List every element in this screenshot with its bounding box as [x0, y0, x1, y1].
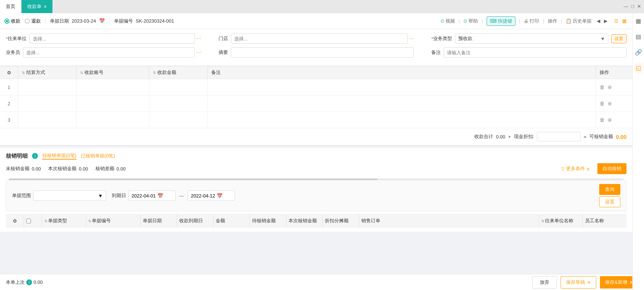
tab-pending[interactable]: 待核销单据(0笔)	[42, 152, 76, 160]
setting-btn[interactable]: 设置	[599, 196, 620, 207]
bill-date-calendar-icon[interactable]: 📅	[99, 18, 105, 24]
th-ops-label: 操作	[600, 69, 609, 76]
copy-icon-3[interactable]: ⊕	[608, 117, 612, 123]
filter-due-field: 到期日 2022-04-01 📅 — 2022-04-12 📅	[112, 191, 235, 201]
td-amount-1[interactable]	[149, 79, 208, 95]
filter-date-from[interactable]: 2022-04-01 📅	[128, 191, 176, 201]
nav-next-btn[interactable]: ▶	[602, 17, 609, 24]
form-settings-btn[interactable]: 设置	[611, 34, 627, 43]
tab-close-icon[interactable]: ×	[44, 4, 47, 9]
delete-icon-1[interactable]: 🗑	[600, 84, 605, 90]
td-account-3[interactable]	[76, 112, 149, 128]
radio-tuikuan-dot	[25, 19, 30, 24]
bottom-th-amount: 金额	[213, 215, 250, 227]
delete-icon-2[interactable]: 🗑	[600, 101, 605, 106]
more-filters-label: 更多条件	[566, 165, 585, 172]
staff-more-btn[interactable]: ···	[196, 49, 201, 56]
filter-range-label: 单据范围	[12, 192, 31, 199]
tab-active[interactable]: 收款单 ×	[21, 0, 52, 13]
window-close-btn[interactable]: ✕	[637, 4, 641, 9]
filter-icon: ▽	[561, 166, 565, 172]
print-link[interactable]: 🖨 打印	[524, 18, 539, 24]
remark-input[interactable]	[444, 47, 627, 58]
store-input[interactable]	[231, 34, 408, 44]
th-remark: 备注	[208, 66, 596, 79]
tab-done[interactable]: 已核销单据(0笔)	[81, 153, 115, 159]
form-area: * 往来单位 ··· 门店 ··· * 业务类型 预收款 ▼ 设	[0, 29, 632, 66]
layout-grid-btn[interactable]: ▦	[621, 17, 628, 24]
staff-input[interactable]	[23, 47, 195, 58]
bottom-gear-icon[interactable]: ⚙	[13, 218, 17, 224]
radio-tuikuan[interactable]: 退款	[25, 18, 41, 24]
footer-plus: +	[508, 134, 511, 140]
biz-type-value: 预收款	[458, 35, 472, 42]
staff-field: 业务员 ···	[6, 47, 201, 58]
right-sidebar: ▦ ▤ 🔗 ◱	[632, 13, 644, 290]
td-remark-1[interactable]	[208, 79, 596, 95]
radio-shoukuan[interactable]: 收款	[4, 18, 20, 24]
more-filters-btn[interactable]: ▽ 更多条件 ∧	[561, 165, 590, 172]
filter-date-to[interactable]: 2022-04-12 📅	[188, 191, 235, 201]
bottom-th-pending-label: 待核销金额	[252, 218, 276, 224]
th-settings[interactable]: ⚙	[0, 66, 18, 79]
filter-range-arrow: ▼	[98, 193, 103, 199]
td-settle-2[interactable]	[18, 95, 76, 111]
bottom-th-counterpart-label: 往来单位名称	[545, 218, 573, 224]
tab-home[interactable]: 首页	[0, 0, 21, 13]
bottom-th-checkbox[interactable]	[24, 215, 42, 227]
bottom-th-staff: 员工名称	[583, 215, 627, 227]
counterpart-more-btn[interactable]: ···	[196, 35, 201, 42]
stat-unverified-label: 未核销金额	[6, 165, 30, 172]
save-draft-arrow-icon: ∧	[587, 279, 591, 285]
sidebar-expand-icon[interactable]: ◱	[634, 63, 643, 73]
select-all-checkbox[interactable]	[26, 219, 31, 223]
biz-type-select[interactable]: 预收款 ▼	[455, 34, 608, 44]
window-max-btn[interactable]: □	[631, 4, 634, 9]
status-current-value: 0.00	[34, 279, 43, 285]
td-settle-1[interactable]	[18, 79, 76, 95]
status-info-icon[interactable]: i	[26, 279, 32, 285]
save-draft-btn[interactable]: 保存草稿 ∧	[561, 276, 596, 289]
delete-icon-3[interactable]: 🗑	[600, 117, 605, 123]
td-account-1[interactable]	[76, 79, 149, 95]
verify-info-icon[interactable]: i	[32, 153, 38, 159]
auto-verify-btn[interactable]: 自动核销	[597, 163, 627, 174]
footer-discount-input[interactable]	[537, 132, 581, 141]
main-table: ⚙ ⇅ 结算方式 ⇅ 收款账号 ⇅ 收款金额 备注 操作 1	[0, 66, 632, 146]
nav-prev-btn[interactable]: ◀	[595, 17, 602, 24]
filter-range-select[interactable]: ▼	[33, 191, 106, 201]
history-link[interactable]: 📋 历史单据	[566, 18, 592, 24]
shortcut-btn[interactable]: ⌨ 快捷键	[487, 16, 515, 26]
nav-arrows: ◀ ▶	[595, 17, 609, 24]
sidebar-table-icon[interactable]: ▦	[634, 16, 643, 26]
gear-icon[interactable]: ⚙	[7, 70, 11, 75]
stat-unverified-value: 0.00	[32, 166, 41, 172]
video-link[interactable]: ⊙ 视频	[440, 18, 455, 24]
td-amount-3[interactable]	[149, 112, 208, 128]
abstract-input[interactable]	[231, 47, 414, 58]
abandon-btn[interactable]: 放弃	[532, 276, 557, 289]
remark-field: 备注	[431, 47, 627, 58]
status-current: 本单上次 i 0.00	[6, 279, 43, 286]
help-link[interactable]: ⊙ 帮助	[463, 18, 478, 24]
copy-icon-2[interactable]: ⊕	[608, 101, 612, 106]
layout-list-btn[interactable]: ☰	[613, 17, 620, 24]
sidebar-list-icon[interactable]: ▤	[634, 32, 643, 42]
ops-link[interactable]: 操作	[548, 18, 557, 24]
sidebar-link-icon[interactable]: 🔗	[633, 47, 644, 57]
bottom-th-settings[interactable]: ⚙	[6, 215, 24, 227]
window-min-btn[interactable]: —	[624, 4, 628, 9]
sep4: |	[543, 18, 544, 24]
store-more-btn[interactable]: ···	[409, 35, 414, 42]
td-amount-2[interactable]	[149, 95, 208, 111]
biz-type-label: 业务类型	[433, 35, 452, 42]
td-account-2[interactable]	[76, 95, 149, 111]
td-settle-3[interactable]	[18, 112, 76, 128]
counterpart-input[interactable]	[30, 34, 195, 44]
td-remark-3[interactable]	[208, 112, 596, 128]
bill-date-value[interactable]: 2023-03-24	[72, 18, 96, 24]
bottom-table-header: ⚙ ⇅ 单据类型 ⇅ 单据编号 单据日期 收款到期日 金额	[6, 214, 627, 227]
td-remark-2[interactable]	[208, 95, 596, 111]
copy-icon-1[interactable]: ⊕	[608, 84, 612, 90]
query-btn[interactable]: 查询	[599, 184, 620, 195]
